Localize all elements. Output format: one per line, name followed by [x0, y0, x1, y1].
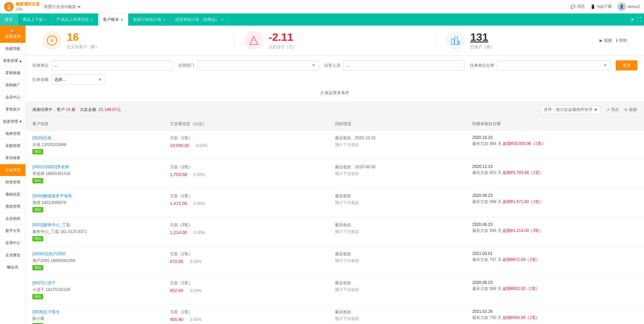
overdue-link-6[interactable]: 超期¥652.00（1笔）: [503, 286, 540, 291]
sidebar-item-membership[interactable]: 会员中心: [0, 91, 25, 104]
customer-name-4[interactable]: [0002]服务中心_丁磊: [32, 222, 170, 228]
debt-amount-2: 1,703.68: [170, 172, 187, 177]
debt-percent-2: 0.00%: [194, 172, 205, 177]
next-payment-2: 预计下次收款: [335, 171, 473, 177]
sidebar-item-finance[interactable]: 资金管理: [0, 164, 25, 176]
sidebar-item-newbie-guide[interactable]: 新手引导: [0, 225, 25, 237]
balance-filter-select[interactable]: 选择... ▼: [51, 75, 105, 85]
debt-count-6: 欠款（1笔）: [170, 280, 335, 286]
due-date-3: 2020.06.23: [472, 193, 637, 198]
overdue-link-4[interactable]: 超期¥1,214.00（3笔）: [503, 228, 543, 233]
user-avatar[interactable]: 👤 demo2: [617, 2, 640, 11]
customer-filter-input[interactable]: ...: [51, 60, 173, 70]
due-date-4: 2020.06.23: [472, 222, 637, 227]
results-actions: 排序：按欠款金额倒序排序 ▼ ↗ 导出 ↻ 刷新: [541, 106, 637, 114]
table-row: [0006]去下粮仓 陈小希 现结 欠款（1笔） 455.90 0.00% 最近…: [26, 304, 644, 324]
recent-payment-3: 最近收款: [335, 193, 473, 199]
debt-row-5: 672.00 0.00%: [170, 258, 335, 264]
close-icon[interactable]: ✕: [163, 18, 165, 22]
sidebar-item-marketing[interactable]: 营销推广: [0, 79, 25, 91]
customer-name-2[interactable]: [0001020001]李老师: [32, 164, 170, 170]
tab-customer-account[interactable]: 客户账本 ✕: [98, 13, 128, 26]
sidebar: 🔍 搜索菜单 快捷导航 零售管理 ▲ 零售商城 营销推广 会员中心 零售统计 批…: [0, 26, 26, 324]
video-btn[interactable]: ▶ 视频: [599, 38, 612, 43]
collapse-btn[interactable]: ⋀ 收起更多条件: [32, 89, 637, 97]
close-icon[interactable]: ✕: [90, 18, 93, 22]
debt-customers-number: 16: [67, 31, 99, 43]
sidebar-item-inventory[interactable]: 库存核算: [0, 152, 25, 164]
top-bar-right: 💬 消息 📱 App下载 👤 demo2: [570, 2, 640, 11]
col-header-customer: 客户信息: [32, 121, 170, 127]
recent-payment-6: 最近收款: [335, 280, 473, 286]
company-select[interactable]: 母婴行业演示账套: [43, 4, 82, 9]
debt-customers-label: 总欠款客户（家）: [67, 44, 99, 50]
customer-name-5[interactable]: [000002]用户2050: [32, 251, 170, 257]
tab-purchase-stats[interactable]: 进货单统计表（按商品） ✕: [170, 13, 229, 26]
dept-filter-select[interactable]: ▼: [197, 60, 318, 70]
close-icon[interactable]: ✕: [44, 18, 47, 22]
debt-customers-icon: ¥: [43, 31, 61, 50]
tab-production-history[interactable]: 产成品入库单历史 ✕: [52, 13, 98, 26]
dept-filter-label: 分管部门: [178, 63, 194, 68]
search-button[interactable]: 查询: [616, 60, 637, 70]
sidebar-item-enterprise-collab[interactable]: 企业协同: [0, 213, 25, 225]
message-btn[interactable]: 💬 消息: [570, 4, 585, 9]
tab-purchase-order[interactable]: 采购订单统计表 ✕: [128, 13, 170, 26]
sidebar-item-system[interactable]: 系统管理: [0, 201, 25, 213]
sidebar-item-wholesale-mgmt[interactable]: 批发管理 ▼: [0, 116, 25, 128]
sidebar-item-app-center[interactable]: 应用中心: [0, 237, 25, 249]
avatar: 👤: [617, 2, 626, 11]
overdue-link-2[interactable]: 超期¥1,703.68（1笔）: [503, 170, 543, 175]
close-icon[interactable]: ✕: [120, 18, 123, 22]
overdue-link-7[interactable]: 超期¥455.90（1笔）: [503, 315, 540, 320]
search-menu-item[interactable]: 🔍 搜索菜单: [0, 26, 25, 43]
app-download-btn[interactable]: 📱 App下载: [590, 4, 612, 9]
next-payment-4: 预计下次收款: [335, 229, 473, 235]
customer-info-2: [0001020001]李老师 李老师 18600391516 现结: [32, 164, 170, 183]
overdue-link-3[interactable]: 超期¥1,471.00（1笔）: [503, 199, 543, 204]
debt-count-2: 欠款（1笔）: [170, 164, 335, 170]
category-filter-select[interactable]: ▼: [497, 60, 610, 70]
customer-name-3[interactable]: [0003]畅捷服务尹海燕: [32, 193, 170, 199]
sidebar-item-basic-info[interactable]: 基础信息: [0, 188, 25, 201]
sidebar-item-quick-nav[interactable]: 快捷导航: [0, 43, 25, 55]
tab-home[interactable]: 首页: [0, 13, 18, 26]
overdue-link-1[interactable]: 超期¥10,000.00（1笔）: [503, 141, 545, 146]
overdue-info-7: 最长欠款 750 天 超期¥455.90（1笔）: [472, 315, 637, 321]
customer-name-7[interactable]: [0006]去下粮仓: [32, 309, 170, 315]
sidebar-item-chang-member[interactable]: 畅会员: [0, 261, 25, 273]
export-btn[interactable]: ↗ 导出: [606, 107, 619, 113]
chevron-down-icon: ▼: [19, 120, 22, 123]
recent-payment-2: 最近收款 2020-06-30: [335, 164, 473, 170]
table-row: [0003]畅捷服务尹海燕 海燕 18513066976 现结 欠款（1笔） 1…: [26, 188, 644, 217]
debt-total-icon: !: [244, 31, 263, 50]
overdue-link-5[interactable]: 超期¥672.00（1笔）: [503, 257, 540, 262]
overdue-info-3: 最长欠款 998 天 超期¥1,471.00（1笔）: [472, 199, 637, 205]
sidebar-item-retail-stats[interactable]: 零售统计: [0, 104, 25, 116]
customer-name-1[interactable]: [0016]吕俊: [32, 135, 170, 141]
customer-name-6[interactable]: [0007]小进干: [32, 280, 170, 286]
refresh-btn[interactable]: ↻ 刷新: [624, 107, 637, 113]
date-info-6: 2020.06.23 最长欠款 998 天 超期¥652.00（1笔）: [472, 280, 637, 292]
sidebar-item-retail-mall[interactable]: 零售商城: [0, 67, 25, 79]
tabs-expand-icon[interactable]: ⛶: [637, 17, 641, 22]
sidebar-item-enterprise-wechat[interactable]: 企业微信: [0, 249, 25, 261]
chevron-down-icon: ▲: [19, 59, 22, 63]
help-btn[interactable]: ℹ 帮助: [616, 38, 627, 43]
person-filter-label: 分管人员: [324, 63, 340, 68]
sidebar-item-ecommerce[interactable]: 电商管理: [0, 128, 25, 140]
sidebar-item-retail-mgmt[interactable]: 零售管理 ▲: [0, 55, 25, 67]
overdue-info-1: 最长欠款 884 天 超期¥10,000.00（1笔）: [472, 141, 637, 147]
tab-product-listing[interactable]: 商品上下架 ✕: [18, 13, 52, 26]
logo-icon: 🐰: [4, 2, 13, 11]
customer-phone-5: 用户2050 18665062050: [32, 258, 170, 264]
tabs-close-all-icon[interactable]: ✕: [631, 17, 635, 22]
sidebar-item-purchase[interactable]: 采购管理: [0, 140, 25, 152]
sidebar-item-operations[interactable]: 经营管理: [0, 176, 25, 188]
return-info-2: 最近收款 2020-06-30 预计下次收款: [335, 164, 473, 177]
person-filter-input[interactable]: ...: [343, 60, 465, 70]
sort-select[interactable]: 排序：按欠款金额倒序排序 ▼: [541, 106, 601, 114]
date-info-1: 2020.10.15 最长欠款 884 天 超期¥10,000.00（1笔）: [472, 135, 637, 147]
close-icon[interactable]: ✕: [221, 18, 224, 22]
due-date-7: 2021.02.26: [472, 309, 637, 314]
